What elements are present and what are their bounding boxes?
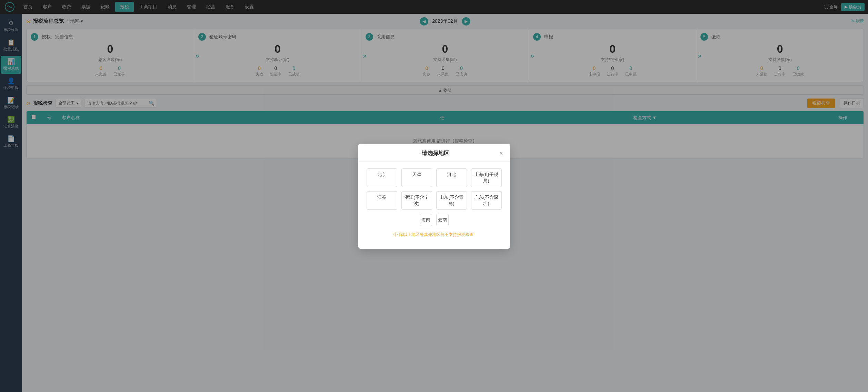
modal-header: 请选择地区 ×	[358, 144, 510, 162]
region-btn-2-0[interactable]: 海南	[420, 214, 432, 226]
region-btn-2-1[interactable]: 云南	[436, 214, 449, 226]
region-btn-0-1[interactable]: 天津	[401, 168, 432, 187]
region-btn-1-1[interactable]: 浙江(不含宁波)	[401, 191, 432, 210]
region-btn-1-0[interactable]: 江苏	[367, 191, 397, 210]
modal-close-button[interactable]: ×	[499, 150, 503, 156]
modal-body: 北京天津河北上海(电子税局) 江苏浙江(不含宁波)山东(不含青岛)广东(不含深圳…	[358, 162, 510, 240]
region-row-1: 北京天津河北上海(电子税局)	[367, 168, 502, 187]
region-warning: ⓘ 除以上地区外其他地区暂不支持报税检查!	[367, 232, 502, 238]
region-row-3: 海南云南	[367, 214, 502, 226]
region-btn-1-3[interactable]: 广东(不含深圳)	[471, 191, 502, 210]
region-select-modal: 请选择地区 × 北京天津河北上海(电子税局) 江苏浙江(不含宁波)山东(不含青岛…	[358, 144, 510, 249]
modal-overlay[interactable]: 请选择地区 × 北京天津河北上海(电子税局) 江苏浙江(不含宁波)山东(不含青岛…	[0, 0, 868, 392]
warning-icon: ⓘ	[393, 232, 398, 238]
region-btn-0-0[interactable]: 北京	[367, 168, 397, 187]
modal-title: 请选择地区	[372, 150, 499, 157]
region-row-2: 江苏浙江(不含宁波)山东(不含青岛)广东(不含深圳)	[367, 191, 502, 210]
region-btn-1-2[interactable]: 山东(不含青岛)	[436, 191, 467, 210]
region-btn-0-2[interactable]: 河北	[436, 168, 467, 187]
region-btn-0-3[interactable]: 上海(电子税局)	[471, 168, 502, 187]
warning-text: 除以上地区外其他地区暂不支持报税检查!	[399, 232, 475, 238]
